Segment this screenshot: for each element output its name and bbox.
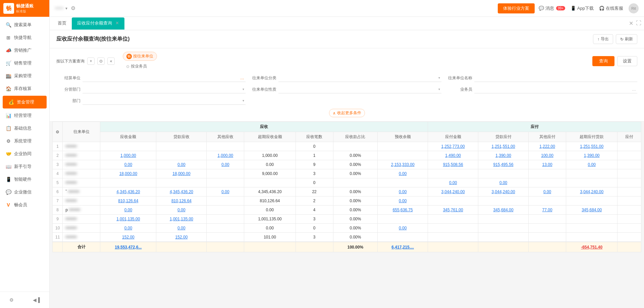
- table-settings-col[interactable]: ⚙: [53, 122, 63, 142]
- tab-ar-ap[interactable]: 应收应付余额查询 ✕: [72, 17, 124, 30]
- table-cell[interactable]: 0.00: [428, 178, 478, 187]
- table-cell[interactable]: [378, 215, 428, 224]
- table-cell[interactable]: 1,390.00: [566, 151, 618, 160]
- filter-collapse-btn[interactable]: «: [107, 57, 115, 65]
- sidebar-collapse-btn[interactable]: ◀▐: [31, 295, 42, 305]
- table-cell[interactable]: [529, 233, 566, 242]
- table-cell[interactable]: [378, 178, 428, 187]
- table-cell[interactable]: 1,001,135.00: [100, 215, 156, 224]
- table-cell[interactable]: [207, 196, 244, 206]
- query-button[interactable]: 查询: [592, 56, 614, 66]
- sidebar-item-beginner[interactable]: 📖 新手引导: [0, 160, 49, 173]
- sidebar-item-sales[interactable]: 🛒 销售管理: [0, 57, 49, 70]
- export-button[interactable]: ↑ 导出: [593, 34, 613, 44]
- table-cell[interactable]: [156, 142, 207, 151]
- collapse-more-btn[interactable]: ∧ 收起更多条件: [329, 109, 365, 117]
- sidebar-item-operations[interactable]: 📊 经营管理: [0, 109, 49, 122]
- sidebar-item-marketing[interactable]: 📣 营销推广: [0, 44, 49, 57]
- refresh-button[interactable]: ↻ 刷新: [616, 34, 637, 44]
- table-cell[interactable]: 1,390.00: [478, 151, 529, 160]
- partner-category-input[interactable]: ▾: [278, 74, 441, 82]
- table-cell[interactable]: [428, 215, 478, 224]
- table-cell[interactable]: [378, 233, 428, 242]
- table-cell[interactable]: [566, 178, 618, 187]
- table-cell[interactable]: 0.00: [566, 160, 618, 169]
- sidebar-item-inventory[interactable]: 🏠 库存核算: [0, 82, 49, 95]
- table-cell[interactable]: [529, 215, 566, 224]
- table-cell[interactable]: [529, 178, 566, 187]
- table-cell[interactable]: [478, 196, 529, 206]
- table-cell[interactable]: 152.00: [100, 233, 156, 242]
- messages-item[interactable]: 💬 消息 99+: [539, 5, 565, 11]
- table-cell[interactable]: 3,044,240.00: [428, 187, 478, 196]
- table-cell[interactable]: [428, 224, 478, 233]
- table-cell[interactable]: 810,126.64: [156, 196, 207, 206]
- table-cell[interactable]: 1,000.00: [207, 151, 244, 160]
- table-cell[interactable]: 655,636.75: [378, 206, 428, 215]
- dept-input[interactable]: ▾: [83, 97, 246, 105]
- table-cell[interactable]: [566, 196, 618, 206]
- table-cell[interactable]: 3,044,240.00: [566, 187, 618, 196]
- table-cell[interactable]: 0.00: [378, 187, 428, 196]
- table-cell[interactable]: 3,044,240.00: [478, 187, 529, 196]
- table-cell[interactable]: 1,252,773.00: [428, 142, 478, 151]
- table-cell[interactable]: 152.00: [156, 233, 207, 242]
- table-cell[interactable]: [207, 169, 244, 178]
- table-cell[interactable]: 0.00: [156, 160, 207, 169]
- table-cell[interactable]: [478, 224, 529, 233]
- salesperson-input[interactable]: …: [474, 85, 637, 93]
- table-cell[interactable]: 0.00: [100, 224, 156, 233]
- sidebar-item-capital[interactable]: 💰 资金管理: [3, 96, 47, 108]
- settlement-unit-input[interactable]: …: [83, 74, 246, 82]
- table-cell[interactable]: [428, 196, 478, 206]
- table-cell[interactable]: 345,684.00: [566, 206, 618, 215]
- sidebar-item-search[interactable]: 🔍 搜索菜单: [0, 18, 49, 31]
- app-download-item[interactable]: 📱 App下载: [571, 5, 594, 11]
- table-cell[interactable]: [207, 224, 244, 233]
- table-cell[interactable]: 0.00: [100, 206, 156, 215]
- sidebar-item-system[interactable]: ⚙ 系统管理: [0, 135, 49, 147]
- table-cell[interactable]: 0.00: [207, 160, 244, 169]
- table-cell[interactable]: [100, 178, 156, 187]
- sidebar-item-quicknav[interactable]: ⊞ 快捷导航: [0, 31, 49, 44]
- sidebar-item-basic[interactable]: 📋 基础信息: [0, 122, 49, 135]
- filter-settings-btn[interactable]: ⊙: [97, 57, 105, 65]
- sidebar-item-wechat[interactable]: 💬 企业微信: [0, 186, 49, 199]
- table-cell[interactable]: [378, 151, 428, 160]
- table-cell[interactable]: [478, 169, 529, 178]
- table-cell[interactable]: [478, 215, 529, 224]
- table-cell[interactable]: 345,761.00: [428, 206, 478, 215]
- table-cell[interactable]: 0.00: [156, 206, 207, 215]
- table-cell[interactable]: 1,490.00: [428, 151, 478, 160]
- table-cell[interactable]: [529, 224, 566, 233]
- online-service-item[interactable]: 🎧 在线客服: [599, 5, 623, 11]
- table-cell[interactable]: 2,153,333.00: [378, 160, 428, 169]
- add-filter-btn[interactable]: +: [87, 57, 95, 65]
- table-cell[interactable]: 345,684.00: [478, 206, 529, 215]
- table-cell[interactable]: 0.00: [378, 169, 428, 178]
- table-cell[interactable]: 0.00: [156, 224, 207, 233]
- table-cell[interactable]: [566, 233, 618, 242]
- table-cell[interactable]: [566, 169, 618, 178]
- table-cell[interactable]: 77.00: [529, 206, 566, 215]
- table-cell[interactable]: [100, 142, 156, 151]
- table-cell[interactable]: [156, 151, 207, 160]
- table-cell[interactable]: 18,000.00: [100, 169, 156, 178]
- table-cell[interactable]: 915,508.56: [428, 160, 478, 169]
- sidebar-item-purchase[interactable]: 🏬 采购管理: [0, 70, 49, 82]
- table-cell[interactable]: 1,222.00: [529, 142, 566, 151]
- table-cell[interactable]: 810,126.64: [100, 196, 156, 206]
- table-cell[interactable]: [207, 142, 244, 151]
- table-cell[interactable]: 4,345,436.20: [100, 187, 156, 196]
- table-cell[interactable]: 4,345,436.20: [156, 187, 207, 196]
- table-cell[interactable]: 0.00: [478, 178, 529, 187]
- table-cell[interactable]: [156, 178, 207, 187]
- sidebar-item-hardware[interactable]: 📱 智能硬件: [0, 173, 49, 186]
- table-cell[interactable]: 1,251,551.00: [566, 142, 618, 151]
- sidebar-item-enterprise-collab[interactable]: 🤝 企业协同: [0, 147, 49, 160]
- table-cell[interactable]: [207, 233, 244, 242]
- table-cell[interactable]: 18,000.00: [156, 169, 207, 178]
- tab-home[interactable]: 首页: [52, 17, 72, 30]
- table-cell[interactable]: [207, 215, 244, 224]
- scheme-by-partner[interactable]: 畅 按往来单位: [123, 52, 157, 61]
